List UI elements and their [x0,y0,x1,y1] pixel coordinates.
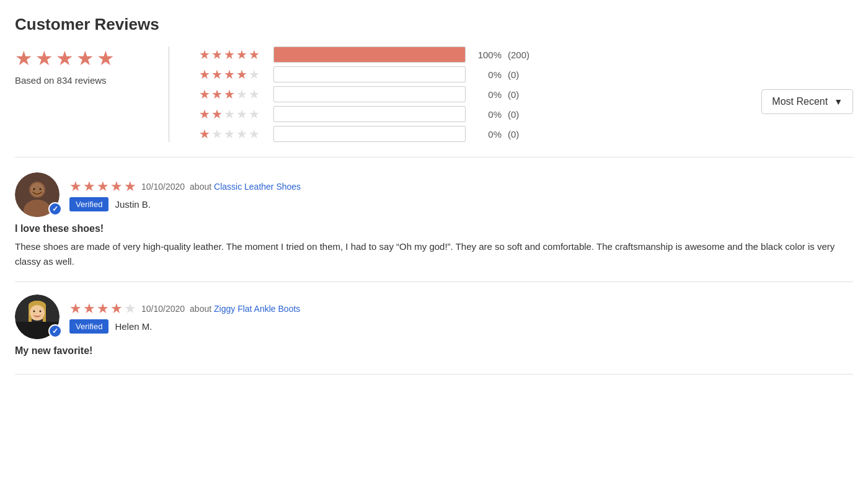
rating-row-5: ★ ★ ★ ★ ★ 100% (200) [199,46,853,63]
pct-label-4: 0% [472,69,502,80]
rating-bars: ★ ★ ★ ★ ★ 100% (200) ★ ★ ★ ★ ★ [199,46,853,142]
verified-badge-1: ✓ [48,202,62,216]
svg-point-15 [40,311,42,312]
svg-point-14 [33,311,35,312]
rating-row-1: ★ ★ ★ ★ ★ 0% (0) [199,126,853,142]
checkmark-icon-1: ✓ [52,205,58,213]
row-stars-2: ★ ★ ★ ★ ★ [199,107,267,122]
review-meta-1: ★ ★ ★ ★ ★ 10/10/2020 about Classic Leath… [69,179,301,211]
count-label-1: (0) [508,129,533,140]
review-about-2: about Ziggy Flat Ankle Boots [190,304,300,314]
review-stars-line-1: ★ ★ ★ ★ ★ 10/10/2020 about Classic Leath… [69,179,301,195]
svg-point-13 [30,305,45,320]
pct-label-5: 100% [472,50,502,60]
author-name-1: Justin B. [115,199,151,210]
review-title-1: I love these shoes! [15,223,853,234]
page-title: Customer Reviews [15,15,853,34]
pct-label-2: 0% [472,109,502,120]
review-about-1: about Classic Leather Shoes [190,182,301,192]
count-label-5: (200) [508,50,533,60]
review-stars-line-2: ★ ★ ★ ★ ★ 10/10/2020 about Ziggy Flat An… [69,301,300,317]
review-star-row-2: ★ ★ ★ ★ ★ [69,301,136,317]
based-on-text: Based on 834 reviews [15,75,139,86]
overall-rating: ★ ★ ★ ★ ★ Based on 834 reviews [15,46,139,86]
review-header-2: ✓ ★ ★ ★ ★ ★ 10/10/2020 about Ziggy Flat [15,294,853,339]
avatar-wrap-1: ✓ [15,172,60,217]
rating-divider [169,46,169,142]
bar-container-3 [273,86,466,102]
review-date-1: 10/10/2020 [141,182,185,192]
big-star-1: ★ [15,46,33,70]
bar-container-1 [273,126,466,142]
review-item: ✓ ★ ★ ★ ★ ★ 10/10/2020 about Classic Lea [15,172,853,282]
product-link-1[interactable]: Classic Leather Shoes [214,182,301,192]
bar-container-5 [273,46,466,63]
pct-label-1: 0% [472,129,502,140]
row-stars-4: ★ ★ ★ ★ ★ [199,67,267,82]
review-meta-2: ★ ★ ★ ★ ★ 10/10/2020 about Ziggy Flat An… [69,301,300,334]
big-star-3: ★ [56,46,74,70]
review-title-2: My new favorite! [15,345,853,356]
count-label-4: (0) [508,69,533,80]
bar-fill-5 [274,47,465,62]
bar-container-4 [273,66,466,82]
row-stars-1: ★ ★ ★ ★ ★ [199,126,267,141]
count-label-3: (0) [508,89,533,100]
author-name-2: Helen M. [115,321,152,332]
big-star-5: ★ [97,46,115,70]
count-label-2: (0) [508,109,533,120]
review-body-1: These shoes are made of very high-qualit… [15,239,853,269]
product-link-2[interactable]: Ziggy Flat Ankle Boots [214,304,300,314]
review-header-1: ✓ ★ ★ ★ ★ ★ 10/10/2020 about Classic Lea [15,172,853,217]
bar-container-2 [273,106,466,122]
reviews-list: ✓ ★ ★ ★ ★ ★ 10/10/2020 about Classic Lea [15,172,853,374]
avatar-wrap-2: ✓ [15,294,60,339]
review-author-line-1: Verified Justin B. [69,197,301,211]
chevron-down-icon: ▼ [834,97,843,107]
row-stars-3: ★ ★ ★ ★ ★ [199,87,267,102]
svg-point-5 [40,188,42,190]
rating-summary: ★ ★ ★ ★ ★ Based on 834 reviews ★ ★ ★ ★ ★… [15,46,853,157]
sort-dropdown[interactable]: Most Recent ▼ [761,89,853,114]
checkmark-icon-2: ✓ [52,327,58,335]
rating-row-4: ★ ★ ★ ★ ★ 0% (0) [199,66,853,82]
verified-tag-1: Verified [69,197,108,211]
svg-point-4 [33,188,35,190]
rating-row-3: ★ ★ ★ ★ ★ 0% (0) [199,86,853,102]
overall-stars: ★ ★ ★ ★ ★ [15,46,139,70]
rating-row-2: ★ ★ ★ ★ ★ 0% (0) [199,106,853,122]
review-author-line-2: Verified Helen M. [69,319,300,334]
row-stars-5: ★ ★ ★ ★ ★ [199,47,267,62]
sort-label: Most Recent [772,96,828,107]
verified-badge-2: ✓ [48,324,62,338]
big-star-2: ★ [35,46,53,70]
review-star-row-1: ★ ★ ★ ★ ★ [69,179,136,195]
pct-label-3: 0% [472,89,502,100]
verified-tag-2: Verified [69,319,108,334]
review-item-2: ✓ ★ ★ ★ ★ ★ 10/10/2020 about Ziggy Flat [15,294,853,374]
big-star-4: ★ [76,46,94,70]
review-date-2: 10/10/2020 [141,304,185,314]
